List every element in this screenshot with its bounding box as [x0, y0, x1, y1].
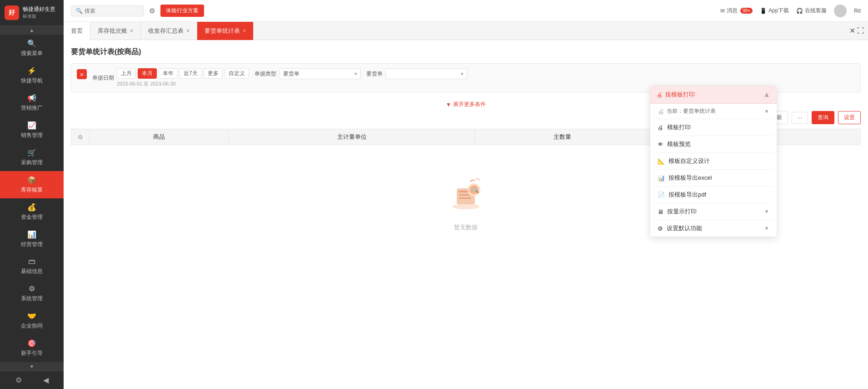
system-icon: ⚙: [29, 284, 35, 293]
trial-btn[interactable]: 体验行业方案: [160, 5, 204, 17]
settings-gear-icon[interactable]: ⚙: [149, 7, 155, 15]
print-dropdown-up-icon[interactable]: ▲: [763, 91, 770, 99]
operation-icon: 📊: [27, 230, 36, 239]
online-service-action[interactable]: 🎧 在线客服: [796, 7, 827, 15]
tabbar: 首页 库存批次账 × 收发存汇总表 × 要货单统计表 × ✕ ⛶: [64, 22, 868, 40]
tab-order-stats[interactable]: 要货单统计表 ×: [197, 22, 254, 40]
sidebar-item-system[interactable]: ⚙ 系统管理: [0, 280, 64, 307]
order-type-label: 要货单: [366, 70, 383, 78]
order-type-select-wrapper: [385, 68, 467, 79]
tab-inventory-batch-label: 库存批次账: [98, 27, 127, 35]
date-filter-field: 单据日期 上月 本月 本年 近7天 更多 自定义 2023-06-01 至 20…: [92, 68, 249, 87]
sidebar: 好 畅捷通好生意 标准版 ▲ 🔍 搜索菜单 ⚡ 快捷导航 📢 营销推广 📈 销售…: [0, 0, 64, 389]
set-default-label: 设置默认功能: [667, 224, 702, 232]
more-date-btn[interactable]: 更多: [204, 68, 223, 79]
template-excel-icon: 📊: [658, 175, 665, 182]
sidebar-scroll-up[interactable]: ▲: [0, 26, 64, 35]
prev-month-btn[interactable]: 上月: [117, 68, 136, 79]
template-design-icon: 📐: [658, 158, 665, 165]
date-group: 上月 本月 本年 近7天 更多 自定义 2023-06-01 至 2023-06…: [117, 68, 249, 87]
type-label: 单据类型: [254, 70, 276, 78]
sidebar-item-quicknav[interactable]: ⚡ 快捷导航: [0, 62, 64, 89]
current-year-btn[interactable]: 本年: [159, 68, 178, 79]
date-btns: 上月 本月 本年 近7天 更多 自定义: [117, 68, 249, 79]
print-dropdown: 🖨 按模板打印 ▲ 🖨 当前：要货单统计表 ▼: [650, 86, 777, 237]
empty-text: 暂无数据: [454, 223, 478, 232]
display-print-item[interactable]: 🖥 按显示打印 ▼: [650, 203, 777, 220]
tab-receipt-summary[interactable]: 收发存汇总表 ×: [141, 22, 197, 40]
sidebar-item-marketing-label: 营销推广: [21, 104, 43, 112]
app-download-label: App下载: [768, 7, 789, 15]
sidebar-item-search[interactable]: 🔍 搜索菜单: [0, 35, 64, 62]
template-excel-item[interactable]: 📊 按模板导出excel: [650, 170, 777, 186]
sidebar-item-sales-label: 销售管理: [21, 131, 43, 139]
template-design-item[interactable]: 📐 模板自定义设计: [650, 153, 777, 169]
app-download-action[interactable]: 📱 App下载: [760, 7, 789, 15]
current-month-btn[interactable]: 本月: [138, 68, 157, 79]
print-dropdown-title-icon: 🖨: [657, 91, 663, 98]
query-btn[interactable]: 查询: [812, 111, 834, 124]
sidebar-item-finance-label: 资金管理: [21, 213, 43, 221]
tab-order-stats-close[interactable]: ×: [243, 28, 246, 34]
sidebar-item-operation-label: 经营管理: [21, 241, 43, 248]
print-dropdown-title: 按模板打印: [665, 91, 695, 99]
template-pdf-item[interactable]: 📄 按模板导出pdf: [650, 187, 777, 203]
print-dropdown-header: 🖨 按模板打印 ▲: [650, 86, 777, 104]
sidebar-item-quicknav-label: 快捷导航: [21, 77, 43, 85]
set-default-icon: ⚙: [658, 225, 663, 232]
tab-home[interactable]: 首页: [64, 22, 90, 40]
order-type-select[interactable]: [385, 68, 467, 79]
expand-more-label: 展开更多条件: [453, 101, 486, 108]
search-nav-icon: 🔍: [27, 39, 36, 48]
sidebar-item-operation[interactable]: 📊 经营管理: [0, 226, 64, 253]
template-preview-item[interactable]: 👁 模板预览: [650, 136, 777, 152]
template-pdf-label: 按模板导出pdf: [668, 191, 706, 199]
display-print-label: 按显示打印: [667, 207, 697, 216]
sidebar-item-sales[interactable]: 📈 销售管理: [0, 116, 64, 144]
settings-btn[interactable]: 设置: [838, 111, 861, 124]
set-default-item[interactable]: ⚙ 设置默认功能 ▼: [650, 220, 777, 237]
sidebar-item-basic[interactable]: 🗃 基础信息: [0, 253, 64, 280]
quicknav-icon: ⚡: [27, 66, 36, 75]
last7-btn[interactable]: 近7天: [180, 68, 202, 79]
sidebar-item-corp[interactable]: 🤝 企业协同: [0, 307, 64, 334]
more-btn[interactable]: ···: [792, 112, 808, 124]
sidebar-item-finance[interactable]: 💰 资金管理: [0, 198, 64, 226]
tab-inventory-batch-close[interactable]: ×: [130, 28, 133, 34]
custom-date-btn[interactable]: 自定义: [224, 68, 249, 79]
sidebar-item-purchase[interactable]: 🛒 采购管理: [0, 144, 64, 171]
template-print-icon: 🖨: [658, 124, 663, 131]
template-pdf-icon: 📄: [658, 192, 665, 198]
sidebar-item-inventory[interactable]: 📦 库存核算: [0, 171, 64, 198]
col-goods: 商品: [90, 129, 229, 145]
display-print-icon: 🖥: [658, 208, 663, 215]
tab-home-label: 首页: [71, 27, 83, 35]
message-action[interactable]: ✉ 消息 99+: [720, 7, 753, 15]
type-filter-field: 单据类型 要货单: [254, 68, 361, 79]
expand-tabs-btn[interactable]: ⛶: [857, 27, 864, 35]
finance-icon: 💰: [27, 203, 36, 212]
search-input[interactable]: [85, 8, 130, 14]
sidebar-settings-btn[interactable]: ⚙: [15, 376, 22, 384]
filter-expand-btn[interactable]: »: [77, 69, 87, 79]
search-box[interactable]: 🔍: [71, 5, 144, 16]
table-settings-icon[interactable]: ⚙: [78, 134, 83, 141]
col-settings[interactable]: ⚙: [71, 129, 90, 145]
close-all-tabs-btn[interactable]: ✕: [849, 26, 855, 35]
tab-receipt-summary-label: 收发存汇总表: [148, 27, 184, 35]
col-unit: 主计量单位: [229, 129, 475, 145]
template-print-item[interactable]: 🖨 模板打印: [650, 119, 777, 136]
sidebar-scroll-down[interactable]: ▼: [0, 362, 64, 371]
main-area: 🔍 ⚙ 体验行业方案 ✉ 消息 99+ 📱 App下载 🎧 在线客服 Rit: [64, 0, 868, 389]
username: Rit: [854, 8, 861, 14]
current-label-text: 当前：要货单统计表: [667, 107, 716, 115]
type-select[interactable]: 要货单: [279, 68, 361, 79]
tab-inventory-batch[interactable]: 库存批次账 ×: [90, 22, 141, 40]
sidebar-item-marketing[interactable]: 📢 营销推广: [0, 89, 64, 116]
sidebar-collapse-btn[interactable]: ◀: [43, 376, 49, 384]
sidebar-item-newguide[interactable]: 🎯 新手引导: [0, 334, 64, 362]
tab-receipt-summary-close[interactable]: ×: [186, 28, 190, 34]
type-select-wrapper: 要货单: [279, 68, 361, 79]
avatar[interactable]: [834, 5, 847, 17]
print-dropdown-section: 🖨 当前：要货单统计表 ▼ 🖨 模板打印: [650, 104, 777, 237]
